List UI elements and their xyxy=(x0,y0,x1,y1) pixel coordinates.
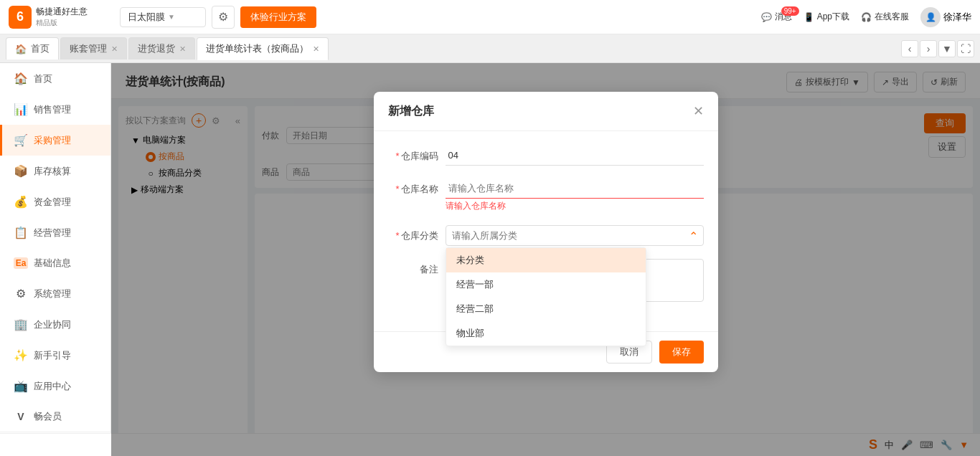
gear-icon: ⚙ xyxy=(218,10,228,24)
save-button[interactable]: 保存 xyxy=(659,341,704,364)
home-icon: 🏠 xyxy=(15,44,27,54)
app-center-sidebar-icon: 📺 xyxy=(14,379,28,393)
warehouse-code-input[interactable] xyxy=(446,146,704,166)
newbie-sidebar-icon: ✨ xyxy=(14,348,28,362)
app-logo: 6 xyxy=(9,6,32,29)
purchase-sidebar-icon: 🛒 xyxy=(14,133,28,147)
tab-accounts[interactable]: 账套管理 ✕ xyxy=(60,37,127,60)
warehouse-name-input[interactable] xyxy=(446,179,704,199)
tab-home[interactable]: 🏠 首页 xyxy=(6,37,59,60)
gear-button[interactable]: ⚙ xyxy=(212,6,235,29)
headset-icon: 🎧 xyxy=(861,12,872,22)
sidebar-item-purchase[interactable]: 🛒 采购管理 xyxy=(0,125,110,156)
category-dropdown: 未分类 经营一部 经营二部 物业部 xyxy=(446,247,646,346)
dialog-close-button[interactable]: ✕ xyxy=(693,103,704,119)
trial-button[interactable]: 体验行业方案 xyxy=(240,6,316,28)
sidebar-item-basic-info[interactable]: Ea 基础信息 xyxy=(0,248,110,278)
tab-purchase-stats-label: 进货单统计表（按商品） xyxy=(206,42,308,55)
phone-icon: 📱 xyxy=(804,12,814,22)
sidebar-label-member: 畅会员 xyxy=(34,410,62,423)
online-service-btn[interactable]: 🎧 在线客服 xyxy=(861,11,909,23)
remark-label: 备注 xyxy=(388,259,446,276)
sidebar-item-operations[interactable]: 📋 经营管理 xyxy=(0,217,110,248)
user-avatar-area[interactable]: 👤 徐泽华 xyxy=(920,7,971,27)
tab-accounts-label: 账套管理 xyxy=(70,42,107,55)
category-field-wrap: ⌃ 未分类 经营一部 经营二部 物业部 xyxy=(446,225,704,246)
main-layout: 🏠 首页 📊 销售管理 🛒 采购管理 📦 库存核算 💰 资金管理 📋 经营管理 … xyxy=(0,63,980,456)
dropdown-item-dept1[interactable]: 经营一部 xyxy=(446,272,646,297)
dialog-header: 新增仓库 ✕ xyxy=(374,92,718,131)
sidebar-label-system: 系统管理 xyxy=(34,288,71,300)
sidebar-item-home[interactable]: 🏠 首页 xyxy=(0,63,110,94)
tab-home-label: 首页 xyxy=(31,42,50,55)
tab-next-btn[interactable]: › xyxy=(920,40,937,57)
category-input-group: ⌃ xyxy=(446,225,704,246)
dropdown-item-dept2[interactable]: 经营二部 xyxy=(446,297,646,321)
sidebar-item-system[interactable]: ⚙ 系统管理 xyxy=(0,278,110,309)
form-row-name: *仓库名称 请输入仓库名称 xyxy=(388,179,704,212)
username-label: 徐泽华 xyxy=(943,11,971,24)
tab-bar: 🏠 首页 账套管理 ✕ 进货退货 ✕ 进货单统计表（按商品） ✕ ‹ › ▼ ⛶ xyxy=(0,34,980,63)
dropdown-item-property[interactable]: 物业部 xyxy=(446,321,646,346)
name-label: *仓库名称 xyxy=(388,179,446,196)
finance-sidebar-icon: 💰 xyxy=(14,195,28,209)
header-center: 日太阳膜 ▼ ⚙ 体验行业方案 xyxy=(120,6,761,29)
category-label: *仓库分类 xyxy=(388,225,446,242)
sidebar-label-home: 首页 xyxy=(34,72,52,85)
header-right: 💬 消息 99+ 📱 App下载 🎧 在线客服 👤 徐泽华 xyxy=(761,7,971,27)
sidebar-label-sales: 销售管理 xyxy=(34,103,71,116)
tab-purchase-stats[interactable]: 进货单统计表（按商品） ✕ xyxy=(197,37,329,60)
tab-prev-btn[interactable]: ‹ xyxy=(901,40,918,57)
sidebar-label-newbie: 新手引导 xyxy=(34,349,71,362)
sidebar: 🏠 首页 📊 销售管理 🛒 采购管理 📦 库存核算 💰 资金管理 📋 经营管理 … xyxy=(0,63,111,456)
tab-close-accounts[interactable]: ✕ xyxy=(111,44,118,54)
sidebar-item-app-center[interactable]: 📺 应用中心 xyxy=(0,371,110,402)
tab-purchase-return[interactable]: 进货退货 ✕ xyxy=(128,37,195,60)
sidebar-item-sales[interactable]: 📊 销售管理 xyxy=(0,94,110,125)
tab-purchase-return-label: 进货退货 xyxy=(138,42,175,55)
sidebar-item-enterprise[interactable]: 🏢 企业协同 xyxy=(0,309,110,340)
category-input[interactable] xyxy=(446,225,704,246)
code-field-wrap xyxy=(446,146,704,166)
category-toggle-icon[interactable]: ⌃ xyxy=(689,229,698,242)
form-row-code: *仓库编码 xyxy=(388,146,704,166)
home-sidebar-icon: 🏠 xyxy=(14,72,28,85)
code-label: *仓库编码 xyxy=(388,146,446,163)
sidebar-item-member[interactable]: V 畅会员 xyxy=(0,402,110,432)
main-content: 进货单统计(按商品) 🖨 按模板打印 ▼ ↗ 导出 ↺ 刷新 xyxy=(111,63,980,456)
tab-close-purchase-return[interactable]: ✕ xyxy=(179,44,186,54)
avatar: 👤 xyxy=(920,7,941,27)
message-badge: 99+ xyxy=(781,6,799,16)
inventory-sidebar-icon: 📦 xyxy=(14,164,28,178)
sales-sidebar-icon: 📊 xyxy=(14,103,28,116)
tab-close-purchase-stats[interactable]: ✕ xyxy=(313,44,319,54)
name-error-message: 请输入仓库名称 xyxy=(446,200,704,212)
system-sidebar-icon: ⚙ xyxy=(14,287,28,300)
brand-text: 畅捷通好生意 精品版 xyxy=(36,6,88,27)
tab-menu-btn[interactable]: ▼ xyxy=(938,40,956,57)
sidebar-label-finance: 资金管理 xyxy=(34,196,71,209)
sidebar-item-newbie[interactable]: ✨ 新手引导 xyxy=(0,340,110,371)
operations-sidebar-icon: 📋 xyxy=(14,226,28,239)
app-download-btn[interactable]: 📱 App下载 xyxy=(804,11,849,23)
member-sidebar-icon: V xyxy=(14,411,28,422)
form-row-category: *仓库分类 ⌃ 未分类 经营一部 经营二部 xyxy=(388,225,704,246)
tab-expand-btn[interactable]: ⛶ xyxy=(957,40,974,57)
sidebar-item-inventory[interactable]: 📦 库存核算 xyxy=(0,156,110,186)
basic-info-sidebar-icon: Ea xyxy=(14,257,28,269)
name-field-wrap: 请输入仓库名称 xyxy=(446,179,704,212)
modal-overlay: 新增仓库 ✕ *仓库编码 xyxy=(111,63,980,456)
dropdown-item-unclassified[interactable]: 未分类 xyxy=(446,248,646,272)
store-selector[interactable]: 日太阳膜 ▼ xyxy=(120,7,206,27)
sidebar-label-inventory: 库存核算 xyxy=(34,165,71,178)
sidebar-label-basic-info: 基础信息 xyxy=(34,257,71,270)
top-header: 6 畅捷通好生意 精品版 日太阳膜 ▼ ⚙ 体验行业方案 💬 消息 99+ 📱 … xyxy=(0,0,980,34)
sidebar-item-finance[interactable]: 💰 资金管理 xyxy=(0,186,110,217)
add-warehouse-dialog: 新增仓库 ✕ *仓库编码 xyxy=(374,92,718,372)
sidebar-label-app-center: 应用中心 xyxy=(34,380,71,393)
sidebar-label-enterprise: 企业协同 xyxy=(34,318,71,331)
user-icon: 👤 xyxy=(925,12,936,22)
message-btn[interactable]: 💬 消息 99+ xyxy=(761,11,792,23)
dropdown-arrow-icon: ▼ xyxy=(168,13,175,21)
tab-nav-buttons: ‹ › ▼ ⛶ xyxy=(901,40,974,57)
